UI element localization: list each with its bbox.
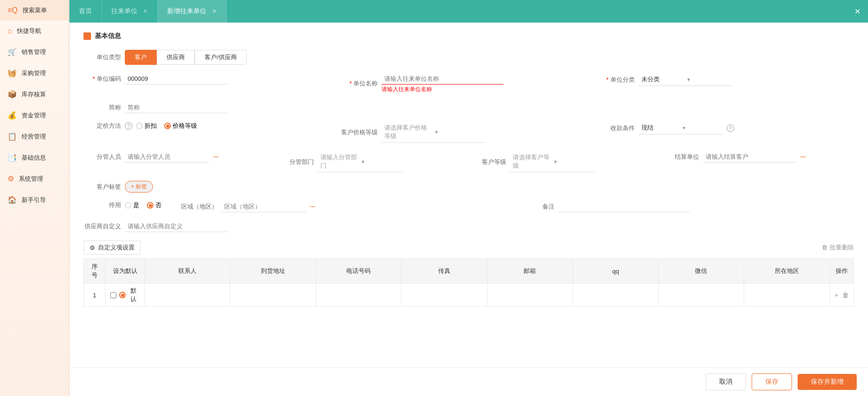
sidebar-item-purchase[interactable]: 🧺 采购管理 xyxy=(0,62,69,84)
add-row-button[interactable]: + xyxy=(835,291,838,299)
unit-type-buttons: 客户 供应商 客户/供应商 xyxy=(125,50,247,65)
custom-settings-button[interactable]: ⚙ 自定义项设置 xyxy=(84,241,141,255)
short-name-input[interactable] xyxy=(125,102,228,113)
customer-price-level-group: 客户价格等级 请选择客户价格等级 ▼ xyxy=(340,122,597,143)
default-radio-circle xyxy=(119,292,126,298)
sidebar-item-system[interactable]: ⚙ 系统管理 xyxy=(0,168,69,189)
row-region-input[interactable] xyxy=(749,292,824,299)
delete-row-button[interactable]: 🗑 xyxy=(842,291,849,299)
save-new-button[interactable]: 保存并新增 xyxy=(798,374,857,390)
sidebar-item-guide[interactable]: 🏠 新手引导 xyxy=(0,189,69,210)
col-wechat: 微信 xyxy=(658,259,744,284)
settlement-unit-dots[interactable]: ··· xyxy=(800,153,806,161)
default-radio[interactable]: 默认 xyxy=(119,287,139,303)
sidebar-item-search[interactable]: ≡Q 搜索菜单 xyxy=(0,0,69,21)
department-select[interactable]: 请输入分管部门 ▼ xyxy=(318,151,402,172)
sidebar-item-inventory[interactable]: 📦 库存核算 xyxy=(0,84,69,105)
tab-new-partner-close[interactable]: ✕ xyxy=(212,8,217,15)
cell-default: 默认 xyxy=(106,284,145,307)
address-input[interactable] xyxy=(235,292,311,299)
region-input[interactable] xyxy=(221,201,306,212)
radio-no[interactable]: 否 xyxy=(147,201,161,210)
finance-icon: 💰 xyxy=(8,111,17,120)
unit-type-row: 单位类型 客户 供应商 客户/供应商 xyxy=(84,50,854,65)
section-icon xyxy=(84,32,91,40)
tab-home[interactable]: 首页 xyxy=(69,0,102,23)
phone-input[interactable] xyxy=(321,292,396,299)
payment-terms-help-icon[interactable]: ? xyxy=(727,124,734,132)
pricing-help-icon[interactable]: ? xyxy=(125,122,132,130)
radio-yes-circle xyxy=(125,202,131,209)
supplier-custom-input[interactable] xyxy=(125,221,228,232)
tab-new-partner-label: 新增往来单位 xyxy=(167,7,206,16)
cell-contact[interactable] xyxy=(145,284,230,307)
col-region: 所在地区 xyxy=(744,259,830,284)
tab-new-partner[interactable]: 新增往来单位 ✕ xyxy=(158,0,227,23)
sidebar-item-operations[interactable]: 📋 经营管理 xyxy=(0,126,69,147)
pricing-method-label: 定价方法 xyxy=(84,122,121,130)
type-btn-both[interactable]: 客户/供应商 xyxy=(195,50,247,65)
sales-icon: 🛒 xyxy=(8,47,17,56)
window-close-button[interactable]: ✕ xyxy=(847,7,868,16)
col-contact: 联系人 xyxy=(145,259,230,284)
sidebar-item-basic-info[interactable]: 📑 基础信息 xyxy=(0,147,69,168)
cell-wechat[interactable] xyxy=(658,284,744,307)
radio-no-circle xyxy=(147,202,153,209)
contact-input[interactable] xyxy=(150,292,225,299)
batch-delete-button[interactable]: 🗑 批量删除 xyxy=(822,243,854,252)
cell-action: + 🗑 xyxy=(830,284,853,307)
radio-price-level[interactable]: 价格等级 xyxy=(164,122,197,130)
region-group: 区域（地区） ··· xyxy=(180,201,517,212)
batch-delete-label: 批量删除 xyxy=(830,244,854,251)
tab-partner[interactable]: 往来单位 ✕ xyxy=(102,0,158,23)
email-input[interactable] xyxy=(492,292,568,299)
type-btn-supplier[interactable]: 供应商 xyxy=(157,50,195,65)
cell-seq: 1 xyxy=(84,284,106,307)
sidebar-item-finance[interactable]: 💰 资金管理 xyxy=(0,105,69,126)
payment-terms-value: 现结 xyxy=(641,124,680,132)
remark-label: 备注 xyxy=(517,202,555,211)
save-button[interactable]: 保存 xyxy=(752,373,792,390)
customer-price-level-select[interactable]: 请选择客户价格等级 ▼ xyxy=(381,122,485,143)
wechat-input[interactable] xyxy=(663,292,739,299)
add-tag-button[interactable]: + 标签 xyxy=(125,181,153,193)
unit-name-error: 请输入往来单位名称 xyxy=(381,85,503,93)
cell-qq[interactable] xyxy=(573,284,659,307)
type-btn-customer[interactable]: 客户 xyxy=(125,50,157,65)
radio-yes[interactable]: 是 xyxy=(125,201,139,210)
settlement-unit-group: 结算单位 ··· xyxy=(662,151,854,163)
cell-fax[interactable] xyxy=(402,284,487,307)
unit-name-input[interactable] xyxy=(381,73,503,85)
unit-name-group: 单位名称 请输入往来单位名称 xyxy=(340,73,597,93)
manager-dots[interactable]: ··· xyxy=(213,153,219,161)
cell-region[interactable] xyxy=(744,284,830,307)
region-dots[interactable]: ··· xyxy=(310,203,315,210)
remark-input[interactable] xyxy=(558,201,690,212)
tab-partner-close[interactable]: ✕ xyxy=(143,8,148,15)
customer-price-level-placeholder: 请选择客户价格等级 xyxy=(384,124,432,140)
row-checkbox[interactable] xyxy=(110,292,116,298)
customer-level-select[interactable]: 请选择客户等级 ▼ xyxy=(510,151,594,172)
cell-email[interactable] xyxy=(487,284,572,307)
unit-category-select[interactable]: 未分类 ▼ xyxy=(639,73,732,86)
qq-input[interactable] xyxy=(578,292,654,299)
col-seq: 序号 xyxy=(84,259,106,284)
fax-input[interactable] xyxy=(406,292,482,299)
unit-code-label: 单位编码 xyxy=(84,75,121,83)
sidebar-item-sales[interactable]: 🛒 销售管理 xyxy=(0,41,69,62)
unit-code-input[interactable] xyxy=(125,73,228,85)
unit-name-col: 请输入往来单位名称 xyxy=(381,73,503,93)
unit-name-label: 单位名称 xyxy=(340,79,378,88)
manager-input[interactable] xyxy=(125,151,209,163)
unit-category-group: 单位分类 未分类 ▼ xyxy=(597,73,854,86)
settlement-unit-input[interactable] xyxy=(703,151,797,163)
col-email: 邮箱 xyxy=(487,259,572,284)
cell-phone[interactable] xyxy=(316,284,401,307)
sidebar-item-quick-nav[interactable]: ⌂ 快捷导航 xyxy=(0,21,69,41)
cell-address[interactable] xyxy=(230,284,316,307)
pricing-row: 定价方法 ? 折扣 价格等级 客户价格等级 请选择客户价格等级 xyxy=(84,122,854,143)
payment-terms-group: 收款条件 现结 ▼ ? xyxy=(597,122,854,134)
cancel-button[interactable]: 取消 xyxy=(706,373,746,390)
payment-terms-select[interactable]: 现结 ▼ xyxy=(639,122,723,134)
radio-discount[interactable]: 折扣 xyxy=(136,122,157,130)
